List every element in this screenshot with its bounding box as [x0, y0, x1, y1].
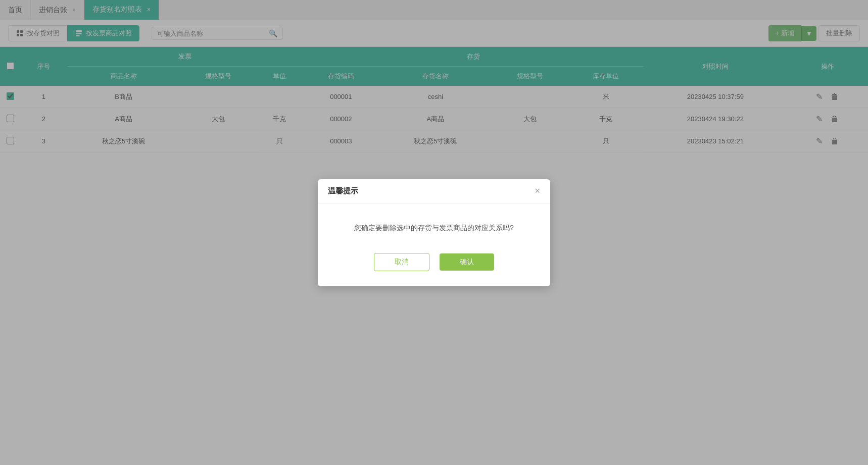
- dialog-body: 您确定要删除选中的存货与发票商品的对应关系吗?: [318, 203, 550, 248]
- confirm-dialog: 温馨提示 × 您确定要删除选中的存货与发票商品的对应关系吗? 取消 确认: [318, 179, 550, 286]
- dialog-footer: 取消 确认: [318, 248, 550, 286]
- modal-overlay: 温馨提示 × 您确定要删除选中的存货与发票商品的对应关系吗? 取消 确认: [0, 0, 868, 465]
- dialog-cancel-btn[interactable]: 取消: [374, 253, 429, 271]
- dialog-header: 温馨提示 ×: [318, 179, 550, 203]
- dialog-message: 您确定要删除选中的存货与发票商品的对应关系吗?: [354, 224, 514, 232]
- dialog-close-btn[interactable]: ×: [535, 186, 540, 195]
- dialog-confirm-btn[interactable]: 确认: [440, 253, 494, 271]
- dialog-title: 温馨提示: [328, 186, 358, 196]
